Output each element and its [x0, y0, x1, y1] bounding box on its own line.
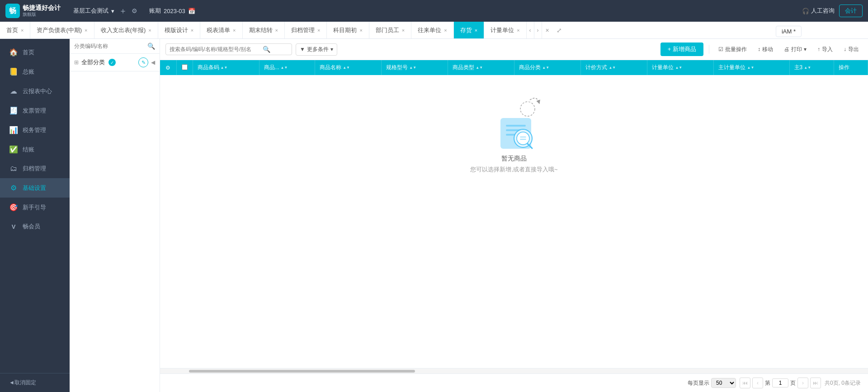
product-search-input[interactable] [170, 46, 260, 52]
tab-nav-prev[interactable]: ‹ [527, 22, 534, 39]
tab-home[interactable]: 首页 × [0, 22, 30, 39]
total-records: 共0页, 0条记录 [825, 379, 861, 387]
settlement-label: 结账 [23, 146, 34, 154]
logo-text-area: 畅捷通好会计 旗舰版 [23, 4, 61, 18]
divider-1 [709, 45, 709, 54]
tab-balance-sheet[interactable]: 资产负债表(中期) × [30, 22, 94, 39]
tab-units-close[interactable]: × [517, 28, 519, 33]
tab-archive[interactable]: 归档管理 × [285, 22, 327, 39]
product-search-icon[interactable]: 🔍 [263, 46, 270, 53]
per-page-select[interactable]: 50 20 100 [711, 378, 736, 388]
sidebar-item-member[interactable]: V 畅会员 [0, 217, 70, 236]
invoice-label: 发票管理 [23, 107, 46, 115]
company-selector[interactable]: 基层工会测试 ▾ [73, 7, 114, 15]
sidebar-item-invoice[interactable]: 🧾 发票管理 [0, 101, 70, 120]
tab-close-all[interactable]: × [542, 22, 553, 39]
sidebar-item-archive[interactable]: 🗂 归档管理 [0, 159, 70, 178]
col-name[interactable]: 商品名称 ▲▼ [315, 60, 382, 75]
category-badge: ✓ [108, 59, 116, 66]
tab-income-close[interactable]: × [148, 28, 151, 33]
move-button[interactable]: ↕ 移动 [754, 44, 777, 55]
tab-nav-next[interactable]: › [534, 22, 542, 39]
tab-subject-init[interactable]: 科目期初 × [327, 22, 369, 39]
col-check[interactable] [176, 60, 193, 75]
tab-subject-close[interactable]: × [359, 28, 362, 33]
tab-period-close-x[interactable]: × [275, 28, 278, 33]
all-category-label[interactable]: 全部分类 [81, 58, 105, 66]
tab-balance-close[interactable]: × [85, 28, 87, 33]
col-category[interactable]: 商品分类 ▲▼ [514, 60, 581, 75]
app-name: 畅捷通好会计 [23, 4, 61, 12]
scroll-thumb[interactable] [189, 370, 415, 373]
export-button[interactable]: ↓ 导出 [840, 44, 863, 55]
tab-archive-close[interactable]: × [317, 28, 320, 33]
col-settings[interactable]: ⚙ [160, 60, 176, 75]
category-edit-button[interactable]: ✎ [138, 57, 148, 67]
col-unit[interactable]: 计量单位 ▲▼ [647, 60, 714, 75]
tab-dept[interactable]: 部门员工 × [369, 22, 411, 39]
import-button[interactable]: ↑ 导入 [814, 44, 836, 55]
print-button[interactable]: 🖨 打印 ▾ [780, 44, 810, 55]
unpin-button[interactable]: ◄取消固定 [0, 373, 70, 392]
col-price-method[interactable]: 计价方式 ▲▼ [581, 60, 647, 75]
add-tab-button[interactable]: ＋ [119, 5, 127, 16]
batch-label: 批量操作 [725, 46, 747, 53]
consult-button[interactable]: 🎧 人工咨询 [802, 7, 835, 15]
calendar-icon[interactable]: 📅 [188, 8, 195, 14]
ledger-icon: 📒 [9, 67, 18, 76]
page-prev-button[interactable]: ‹ [752, 378, 763, 388]
page-number-input[interactable] [772, 378, 788, 387]
sidebar-item-home[interactable]: 🏠 首页 [0, 43, 70, 62]
account-button[interactable]: 会计 [839, 5, 863, 17]
sidebar-item-tax[interactable]: 📊 税务管理 [0, 120, 70, 140]
tab-expand[interactable]: ⤢ [553, 22, 566, 39]
col-spec[interactable]: 规格型号 ▲▼ [382, 60, 448, 75]
sidebar-item-settlement[interactable]: ✅ 结账 [0, 140, 70, 159]
tab-inventory[interactable]: 存货 × [454, 22, 484, 39]
batch-operation-button[interactable]: ☑ 批量操作 [715, 44, 750, 55]
tab-units[interactable]: 计量单位 × [484, 22, 526, 39]
tab-inventory-close[interactable]: × [475, 28, 477, 33]
tab-tax-label: 税表清单 [207, 26, 230, 34]
top-header: 畅 畅捷通好会计 旗舰版 基层工会测试 ▾ ＋ ⚙ 账期 2023-03 📅 🎧… [0, 0, 868, 22]
category-panel: 🔍 ⊞ 全部分类 ✓ ✎ ◀ [70, 39, 160, 392]
import-label: 导入 [822, 46, 833, 53]
period-area: 账期 2023-03 📅 [149, 7, 195, 15]
tab-dept-close[interactable]: × [402, 28, 405, 33]
col-code[interactable]: 商品... ▲▼ [259, 60, 315, 75]
more-filter-button[interactable]: ▼ 更多条件 ▾ [296, 43, 337, 56]
category-search-icon[interactable]: 🔍 [147, 43, 155, 50]
sidebar-item-guide[interactable]: 🎯 新手引导 [0, 198, 70, 217]
tab-subject-label: 科目期初 [333, 26, 357, 34]
tab-period-close[interactable]: 期末结转 × [243, 22, 285, 39]
tab-income[interactable]: 收入支出表(年报) × [94, 22, 158, 39]
tab-contacts-close[interactable]: × [444, 28, 447, 33]
select-all-checkbox[interactable] [182, 64, 188, 70]
col-barcode[interactable]: 商品条码 ▲▼ [193, 60, 259, 75]
category-collapse-button[interactable]: ◀ [151, 59, 155, 66]
settings-label: 基础设置 [23, 184, 46, 192]
tab-tax-close[interactable]: × [233, 28, 236, 33]
horizontal-scrollbar[interactable] [160, 368, 868, 373]
col-num3[interactable]: 主3 ▲▼ [789, 60, 834, 75]
tab-contacts[interactable]: 往来单位 × [411, 22, 453, 39]
tab-template[interactable]: 模版设计 × [158, 22, 200, 39]
settings-header-button[interactable]: ⚙ [132, 7, 137, 14]
add-product-button[interactable]: + 新增商品 [660, 43, 703, 56]
col-main-unit[interactable]: 主计量单位 ▲▼ [714, 60, 789, 75]
export-label: 导出 [848, 46, 859, 53]
sidebar-item-ledger[interactable]: 📒 总账 [0, 62, 70, 81]
sidebar-item-reports[interactable]: ☁ 云报表中心 [0, 81, 70, 101]
tab-template-close[interactable]: × [191, 28, 193, 33]
page-next-button[interactable]: › [797, 378, 808, 388]
category-search-input[interactable] [74, 43, 145, 49]
tab-home-close[interactable]: × [21, 28, 24, 33]
sidebar-item-settings[interactable]: ⚙ 基础设置 [0, 178, 70, 198]
tab-tax[interactable]: 税表清单 × [200, 22, 242, 39]
page-first-button[interactable]: ⏮ [740, 378, 750, 388]
tab-period-close-label: 期末结转 [249, 26, 273, 34]
empty-state: 暂无商品 您可以选择新增,或者直接导入哦~ [160, 75, 868, 192]
page-last-button[interactable]: ⏭ [810, 378, 821, 388]
col-type[interactable]: 商品类型 ▲▼ [448, 60, 514, 75]
sidebar: 🏠 首页 📒 总账 ☁ 云报表中心 🧾 发票管理 📊 税务管理 ✅ 结账 🗂 归… [0, 39, 70, 392]
